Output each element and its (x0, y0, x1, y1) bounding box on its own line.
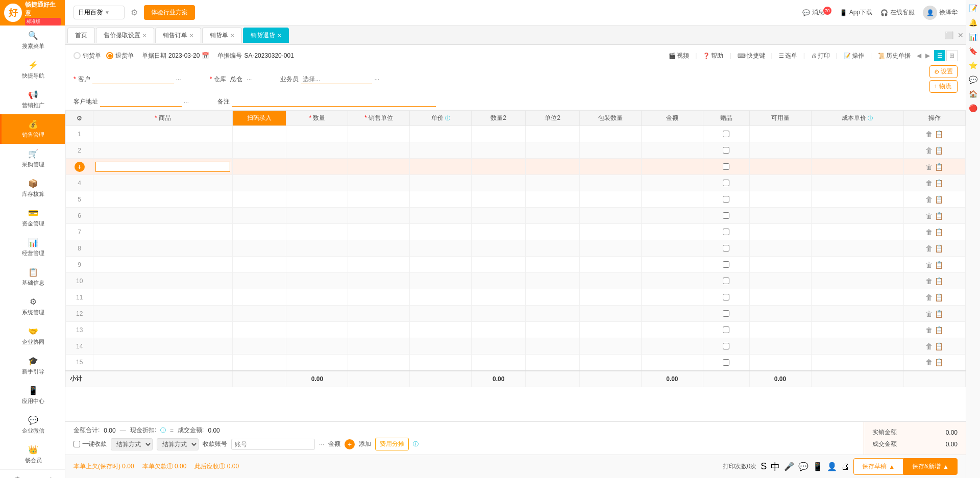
experience-btn[interactable]: 体验行业方案 (144, 5, 195, 20)
qty-cell-2[interactable] (286, 142, 348, 159)
sidebar-item-purchase[interactable]: 🛒 采购管理 (0, 144, 65, 173)
tab-price-extract[interactable]: 售价提取设置 ✕ (96, 28, 154, 43)
sidebar-item-cooperation[interactable]: 🤝 企业协同 (0, 321, 65, 351)
gift-checkbox-4[interactable] (723, 180, 729, 186)
message-btn[interactable]: 💬 消息 70 (802, 8, 831, 17)
salesperson-input[interactable] (301, 74, 372, 84)
sidebar-item-inventory[interactable]: 📦 库存核算 (0, 173, 65, 203)
copy-icon-12[interactable]: 📋 (935, 310, 943, 318)
rp-star-icon[interactable]: ⭐ (969, 61, 977, 69)
sales-unit-cell-add[interactable] (348, 159, 410, 175)
qty2-cell-2[interactable] (472, 142, 526, 159)
pkg-qty-cell-add[interactable] (579, 159, 641, 175)
sidebar-item-operations[interactable]: 📊 经营管理 (0, 233, 65, 262)
tab-close-sales-return[interactable]: ✕ (277, 33, 281, 38)
logistics-btn[interactable]: + 物流 (929, 80, 958, 93)
gift-checkbox-add[interactable] (723, 163, 729, 170)
product-input-add[interactable] (95, 162, 230, 172)
remarks-input[interactable] (232, 97, 436, 107)
help-btn[interactable]: ❓ 帮助 (701, 51, 725, 61)
delete-icon-5[interactable]: 🗑 (925, 195, 933, 204)
tab-sales-order[interactable]: 销售订单 ✕ (155, 28, 201, 43)
industry-selector[interactable]: 日用百货 ▼ (74, 6, 125, 19)
history-btn[interactable]: 📜 历史单据 (876, 51, 913, 61)
unit-price-cell-1[interactable] (410, 126, 472, 142)
account-input[interactable] (231, 439, 315, 450)
radio-sales-bill[interactable]: 销货单 (74, 52, 101, 60)
copy-icon-14[interactable]: 📋 (935, 342, 943, 350)
user-avatar[interactable]: 👤 徐泽华 (923, 6, 958, 20)
sidebar-item-quick-nav[interactable]: ⚡ 快捷导航 (0, 55, 65, 85)
unit2-cell-1[interactable] (526, 126, 580, 142)
gift-checkbox-2[interactable] (723, 147, 729, 154)
rp-alert-icon[interactable]: 🔴 (969, 104, 977, 112)
app-download-btn[interactable]: 📱 App下载 (840, 8, 872, 17)
pkg-qty-cell-2[interactable] (579, 142, 641, 159)
gift-checkbox-1[interactable] (723, 131, 729, 137)
gift-checkbox-5[interactable] (723, 196, 729, 203)
list-view-btn[interactable]: ☰ (934, 50, 945, 61)
tab-sales-bill[interactable]: 销货单 ✕ (202, 28, 242, 43)
sidebar-item-app-center[interactable]: 📱 应用中心 (0, 381, 65, 410)
rp-bell-icon[interactable]: 🔔 (969, 18, 977, 27)
address-select-btn[interactable]: ··· (184, 98, 189, 106)
delete-icon-13[interactable]: 🗑 (925, 326, 933, 334)
delete-icon-6[interactable]: 🗑 (925, 212, 933, 220)
sidebar-item-guide[interactable]: 🎓 新手引导 (0, 351, 65, 381)
delete-icon-12[interactable]: 🗑 (925, 310, 933, 318)
delete-icon-9[interactable]: 🗑 (925, 261, 933, 269)
rp-home-icon[interactable]: 🏠 (969, 90, 977, 98)
gift-checkbox-7[interactable] (723, 229, 729, 235)
sidebar-item-vip[interactable]: 👑 畅会员 (0, 440, 65, 469)
sidebar-item-marketing[interactable]: 📢 营销推广 (0, 85, 65, 114)
settings-bottom-icon[interactable]: ⚙ (14, 475, 21, 478)
gift-checkbox-14[interactable] (723, 343, 729, 349)
sidebar-item-work-wechat[interactable]: 💬 企业微信 (0, 410, 65, 440)
unit2-cell-2[interactable] (526, 142, 580, 159)
delete-icon-4[interactable]: 🗑 (925, 179, 933, 187)
sidebar-item-sales[interactable]: 💰 销售管理 (0, 114, 65, 144)
copy-icon-add[interactable]: 📋 (935, 163, 943, 171)
tab-close-window-icon[interactable]: ✕ (958, 31, 964, 39)
customer-address-input[interactable] (100, 97, 182, 107)
tab-close-price-extract[interactable]: ✕ (142, 33, 146, 38)
rp-chat-icon[interactable]: 💬 (969, 76, 977, 84)
shortcut-btn[interactable]: ⌨ 快捷键 (736, 51, 767, 61)
gift-checkbox-15[interactable] (723, 359, 729, 366)
select-btn[interactable]: ☰ 选单 (777, 51, 799, 61)
gift-checkbox-11[interactable] (723, 294, 729, 300)
product-cell-2[interactable] (93, 142, 232, 159)
copy-icon-13[interactable]: 📋 (935, 326, 943, 334)
sales-unit-cell-2[interactable] (348, 142, 410, 159)
copy-icon-6[interactable]: 📋 (935, 212, 943, 220)
calendar-icon[interactable]: 📅 (202, 52, 209, 59)
copy-icon-8[interactable]: 📋 (935, 244, 943, 253)
add-payment-btn[interactable]: + (345, 439, 355, 449)
copy-icon-2[interactable]: 📋 (935, 146, 943, 155)
copy-icon-5[interactable]: 📋 (935, 195, 943, 204)
delete-icon-8[interactable]: 🗑 (925, 244, 933, 253)
save-new-btn[interactable]: 保存&新增 ▲ (903, 458, 958, 475)
copy-icon-11[interactable]: 📋 (935, 293, 943, 301)
delete-icon-1[interactable]: 🗑 (925, 130, 933, 138)
customer-select-btn[interactable]: ··· (176, 76, 181, 83)
delete-icon-11[interactable]: 🗑 (925, 293, 933, 301)
settings-btn[interactable]: ⚙ 设置 (929, 65, 958, 78)
unit2-cell-add[interactable] (526, 159, 580, 175)
copy-icon-7[interactable]: 📋 (935, 228, 943, 236)
qty-cell-add[interactable] (286, 159, 348, 175)
tab-home[interactable]: 首页 (67, 28, 95, 43)
delete-icon-7[interactable]: 🗑 (925, 228, 933, 236)
print-btn[interactable]: 🖨 打印 (809, 51, 832, 61)
gift-checkbox-8[interactable] (723, 245, 729, 251)
rp-chart-icon[interactable]: 📊 (969, 33, 977, 41)
copy-icon-15[interactable]: 📋 (935, 358, 943, 366)
copy-icon-4[interactable]: 📋 (935, 179, 943, 187)
tab-close-sales-order[interactable]: ✕ (189, 33, 193, 38)
pkg-qty-cell-1[interactable] (579, 126, 641, 142)
amount-cell-1[interactable] (641, 126, 703, 142)
rp-bookmark-icon[interactable]: 🔖 (969, 47, 977, 55)
tab-maximize-icon[interactable]: ⬜ (945, 31, 953, 39)
radio-return-bill[interactable]: 退货单 (106, 52, 134, 60)
settlement-method-select[interactable]: 结算方式 (111, 438, 153, 450)
